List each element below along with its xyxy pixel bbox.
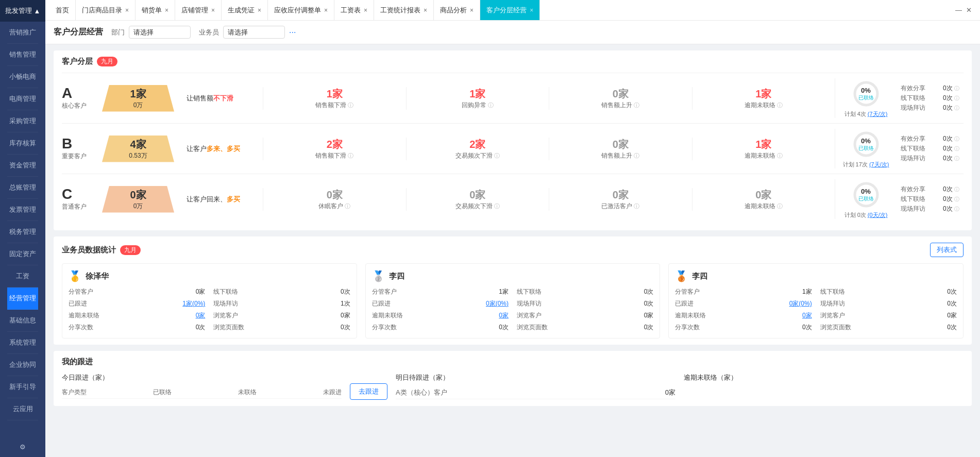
staff-stat-val[interactable]: 0家 xyxy=(802,311,812,320)
tab-label: 工资表 xyxy=(341,6,361,15)
stat-label: 交易频次下滑 ⓘ xyxy=(411,202,545,211)
circle-plan-link[interactable]: (7天/次) xyxy=(868,111,888,117)
tab-close-icon[interactable]: × xyxy=(530,7,533,14)
tab-close-icon[interactable]: × xyxy=(470,7,474,14)
tab-客户分层经营[interactable]: 客户分层经营× xyxy=(480,0,540,21)
info-icon-small[interactable]: ⓘ xyxy=(954,196,959,202)
tab-close-icon[interactable]: × xyxy=(125,7,129,14)
sidebar-item-新手引导[interactable]: 新手引导 xyxy=(7,376,38,398)
tab-门店商品目录[interactable]: 门店商品目录× xyxy=(76,0,136,21)
tab-销货单[interactable]: 销货单× xyxy=(136,0,175,21)
side-stat-row: 线下联络 0次 ⓘ xyxy=(901,144,959,153)
circle-plan-link[interactable]: (7天/次) xyxy=(869,161,889,167)
staff-stat-val[interactable]: 1家(0%) xyxy=(182,299,205,308)
follow-section: 我的跟进 今日跟进（家） 客户类型 已联络 未联络 未跟进 去跟进 xyxy=(54,351,972,406)
sidebar-item-发票管理[interactable]: 发票管理 xyxy=(7,199,38,221)
staff-stat-val: 0次 xyxy=(802,323,812,332)
staff-stat-label: 逾期未联络 xyxy=(675,311,706,320)
stat-count: 2家 xyxy=(267,138,402,151)
sidebar-item-系统管理[interactable]: 系统管理 xyxy=(7,332,38,354)
staff-stat-val[interactable]: 0家 xyxy=(196,311,206,320)
sidebar-item-固定资产[interactable]: 固定资产 xyxy=(7,243,38,265)
staff-stat-val[interactable]: 0家(0%) xyxy=(789,299,812,308)
tab-首页[interactable]: 首页 xyxy=(49,0,76,21)
window-close-icon[interactable]: ✕ xyxy=(966,6,972,14)
staff-name-row: 🥇 徐泽华 xyxy=(69,270,350,282)
sidebar-item-云应用[interactable]: 云应用 xyxy=(7,398,38,420)
info-icon[interactable]: ⓘ xyxy=(345,202,350,210)
info-icon[interactable]: ⓘ xyxy=(777,202,783,210)
side-stat-label: 线下联络 xyxy=(901,144,925,153)
sidebar-item-经营管理[interactable]: 经营管理 xyxy=(7,287,38,310)
stat-label: 销售额下滑 ⓘ xyxy=(267,101,402,110)
tab-close-icon[interactable]: × xyxy=(324,7,328,14)
window-minimize-icon[interactable]: — xyxy=(955,6,962,14)
sidebar-header-label: 批发管理 xyxy=(5,6,32,15)
side-stat-val: 0次 ⓘ xyxy=(943,205,959,213)
tab-店铺管理[interactable]: 店铺管理× xyxy=(175,0,222,21)
sidebar-item-小畅电商[interactable]: 小畅电商 xyxy=(7,66,38,88)
info-icon-small[interactable]: ⓘ xyxy=(954,206,959,212)
business-stats-section: 业务员数据统计 九月 列表式 🥇 徐泽华 分管客户 0家 线下联络 0次 已跟进… xyxy=(54,236,972,345)
sidebar-item-电商管理[interactable]: 电商管理 xyxy=(7,88,38,110)
info-icon[interactable]: ⓘ xyxy=(488,101,494,109)
info-icon[interactable]: ⓘ xyxy=(634,202,639,210)
sidebar-item-采购管理[interactable]: 采购管理 xyxy=(7,110,38,132)
tab-close-icon[interactable]: × xyxy=(258,7,261,14)
sidebar-item-基础信息[interactable]: 基础信息 xyxy=(7,310,38,332)
department-select[interactable]: 请选择 xyxy=(129,26,191,39)
sidebar-item-企业协同[interactable]: 企业协同 xyxy=(7,354,38,376)
tab-close-icon[interactable]: × xyxy=(165,7,168,14)
info-icon[interactable]: ⓘ xyxy=(348,101,353,109)
sidebar-item-销售管理[interactable]: 销售管理 xyxy=(7,44,38,66)
sidebar-item-工资[interactable]: 工资 xyxy=(7,265,38,287)
sidebar-item-总账管理[interactable]: 总账管理 xyxy=(7,177,38,199)
info-icon[interactable]: ⓘ xyxy=(777,101,783,109)
circle-container: 0% 已联络 xyxy=(851,129,882,160)
more-filters-icon[interactable]: ··· xyxy=(289,28,296,37)
sidebar-settings[interactable]: ⚙ xyxy=(0,437,45,457)
sidebar-collapse-icon[interactable]: ▲ xyxy=(34,7,41,15)
info-icon-small[interactable]: ⓘ xyxy=(954,86,959,91)
staff-stat-val[interactable]: 0家 xyxy=(499,311,509,320)
tab-生成凭证[interactable]: 生成凭证× xyxy=(222,0,268,21)
goto-follow-button[interactable]: 去跟进 xyxy=(350,383,387,400)
tab-应收应付调整单[interactable]: 应收应付调整单× xyxy=(268,0,334,21)
staff-stat-row: 现场拜访 0次 xyxy=(820,299,957,308)
sidebar-item-库存核算[interactable]: 库存核算 xyxy=(7,132,38,155)
info-icon-small[interactable]: ⓘ xyxy=(954,136,959,142)
tier-chart-B: 4家 0.53万 xyxy=(98,136,180,162)
business-select[interactable]: 请选择 xyxy=(223,26,285,39)
action-highlight: 多买 xyxy=(227,195,240,203)
list-view-button[interactable]: 列表式 xyxy=(930,243,964,257)
info-icon[interactable]: ⓘ xyxy=(634,101,639,109)
sidebar-header[interactable]: 批发管理 ▲ xyxy=(0,0,45,22)
info-icon[interactable]: ⓘ xyxy=(348,152,353,160)
circle-plan-link[interactable]: (0天/次) xyxy=(868,212,888,218)
tier-letter: C xyxy=(62,187,98,201)
tab-label: 工资统计报表 xyxy=(380,6,420,15)
info-icon-small[interactable]: ⓘ xyxy=(954,146,959,151)
info-icon[interactable]: ⓘ xyxy=(494,202,500,210)
side-stat-label: 有效分享 xyxy=(901,134,925,143)
tab-close-icon[interactable]: × xyxy=(424,7,427,14)
staff-stat-val[interactable]: 0家(0%) xyxy=(486,299,509,308)
info-icon-small[interactable]: ⓘ xyxy=(954,95,959,101)
sidebar-item-营销推广[interactable]: 营销推广 xyxy=(7,22,38,44)
staff-stat-val: 0次 xyxy=(644,323,654,332)
tab-close-icon[interactable]: × xyxy=(364,7,367,14)
tier-amount: 0.53万 xyxy=(129,151,147,160)
info-icon-small[interactable]: ⓘ xyxy=(954,156,959,161)
tab-工资表[interactable]: 工资表× xyxy=(334,0,374,21)
info-icon-small[interactable]: ⓘ xyxy=(954,105,959,111)
tab-close-icon[interactable]: × xyxy=(211,7,215,14)
sidebar-item-资金管理[interactable]: 资金管理 xyxy=(7,155,38,177)
staff-stat-val: 0次 xyxy=(644,287,654,296)
info-icon[interactable]: ⓘ xyxy=(634,152,639,160)
tab-工资统计报表[interactable]: 工资统计报表× xyxy=(374,0,434,21)
info-icon[interactable]: ⓘ xyxy=(777,152,783,160)
info-icon-small[interactable]: ⓘ xyxy=(954,187,959,192)
sidebar-item-税务管理[interactable]: 税务管理 xyxy=(7,221,38,243)
info-icon[interactable]: ⓘ xyxy=(494,152,500,160)
tab-商品分析[interactable]: 商品分析× xyxy=(434,0,480,21)
